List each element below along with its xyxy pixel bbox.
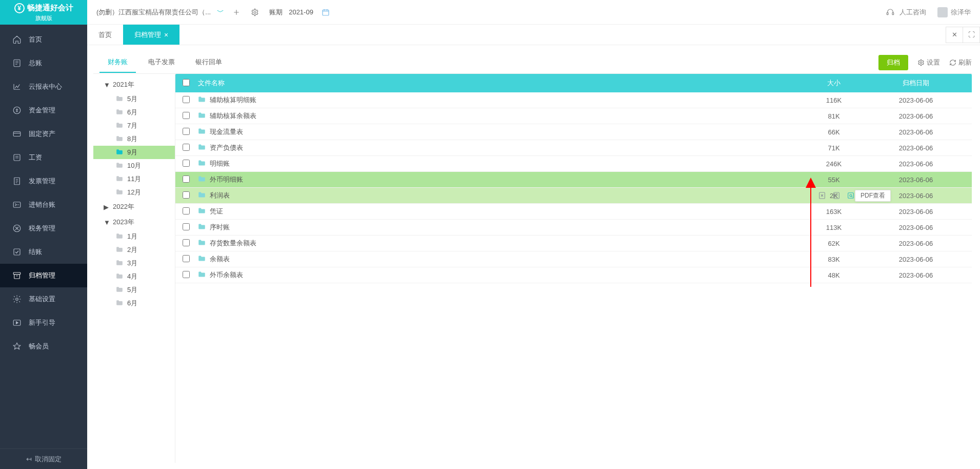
table-row[interactable]: 资产负债表71K2023-06-06 bbox=[175, 140, 972, 156]
row-checkbox[interactable] bbox=[183, 128, 190, 135]
file-size: 55K bbox=[801, 176, 867, 184]
company-name[interactable]: (勿删）江西服宝精品有限责任公司（... bbox=[96, 8, 211, 17]
file-date: 2023-06-06 bbox=[867, 128, 965, 136]
sidebar-item-archive[interactable]: 归档管理 bbox=[0, 264, 87, 287]
period-value[interactable]: 2021-09 bbox=[289, 8, 313, 16]
add-button[interactable] bbox=[230, 6, 243, 18]
subtab-0[interactable]: 财务账 bbox=[99, 52, 136, 73]
sidebar-item-label: 畅会员 bbox=[29, 342, 49, 351]
table-row[interactable]: 序时账113K2023-06-06 bbox=[175, 220, 972, 236]
settings-link[interactable]: 设置 bbox=[917, 58, 940, 67]
row-checkbox[interactable] bbox=[183, 223, 190, 230]
tree-month[interactable]: 7月 bbox=[93, 119, 175, 132]
tree-month[interactable]: 4月 bbox=[93, 270, 175, 283]
calendar-icon[interactable] bbox=[319, 6, 332, 18]
tree-month[interactable]: 9月 bbox=[93, 146, 175, 159]
row-checkbox[interactable] bbox=[183, 239, 190, 246]
tree-month[interactable]: 6月 bbox=[93, 297, 175, 310]
sidebar-item-settings[interactable]: 基础设置 bbox=[0, 287, 87, 311]
chart-icon bbox=[12, 82, 22, 91]
table-row[interactable]: 明细账246K2023-06-06 bbox=[175, 156, 972, 172]
sidebar-item-member[interactable]: 畅会员 bbox=[0, 335, 87, 358]
pdf-view-icon[interactable] bbox=[846, 190, 856, 201]
row-checkbox[interactable] bbox=[183, 112, 190, 119]
sidebar-item-invoice[interactable]: 发票管理 bbox=[0, 169, 87, 193]
tree-year[interactable]: ▶2022年 bbox=[93, 199, 175, 214]
table-row[interactable]: 现金流量表66K2023-06-06 bbox=[175, 124, 972, 140]
table-row[interactable]: 外币余额表48K2023-06-06 bbox=[175, 267, 972, 283]
sidebar-item-ledger[interactable]: 总账 bbox=[0, 51, 87, 75]
export-xls-icon[interactable] bbox=[817, 190, 827, 201]
sidebar-item-asset[interactable]: 固定资产 bbox=[0, 122, 87, 146]
tab-0[interactable]: 首页 bbox=[87, 25, 123, 45]
sidebar-item-salary[interactable]: 工资 bbox=[0, 146, 87, 169]
avatar[interactable] bbox=[937, 7, 948, 17]
refresh-link[interactable]: 刷新 bbox=[949, 58, 972, 67]
subtab-2[interactable]: 银行回单 bbox=[187, 52, 230, 73]
file-name: 存货数量余额表 bbox=[210, 239, 256, 248]
table-row[interactable]: 辅助核算明细账116K2023-06-06 bbox=[175, 92, 972, 108]
table-row[interactable]: 存货数量余额表62K2023-06-06 bbox=[175, 236, 972, 251]
folder-icon bbox=[116, 246, 123, 254]
export-pdf-icon[interactable] bbox=[831, 190, 842, 201]
close-icon[interactable]: × bbox=[164, 31, 168, 39]
logo-sub: 旗舰版 bbox=[35, 14, 52, 22]
folder-icon bbox=[116, 273, 123, 281]
sidebar-item-inout[interactable]: 进销台账 bbox=[0, 193, 87, 217]
tree-month[interactable]: 10月 bbox=[93, 159, 175, 172]
svg-rect-9 bbox=[14, 275, 20, 279]
tree-month[interactable]: 1月 bbox=[93, 230, 175, 243]
money-icon bbox=[12, 106, 22, 115]
gear-icon[interactable] bbox=[249, 6, 261, 18]
row-checkbox[interactable] bbox=[183, 160, 190, 167]
row-checkbox[interactable] bbox=[183, 271, 190, 278]
file-size: 116K bbox=[801, 96, 867, 104]
table-row[interactable]: 利润表2K2023-06-06PDF查看 bbox=[175, 188, 972, 204]
archive-button[interactable]: 归档 bbox=[878, 55, 908, 70]
tab-close-all[interactable]: ✕ bbox=[946, 27, 963, 43]
headset-icon[interactable] bbox=[884, 6, 896, 18]
row-checkbox[interactable] bbox=[183, 207, 190, 214]
row-checkbox[interactable] bbox=[183, 96, 190, 103]
sidebar-item-closing[interactable]: 结账 bbox=[0, 240, 87, 264]
tree-month[interactable]: 8月 bbox=[93, 132, 175, 146]
tree-month[interactable]: 6月 bbox=[93, 106, 175, 119]
sidebar-footer-unpin[interactable]: ↤ 取消固定 bbox=[0, 448, 87, 469]
sidebar-item-tax[interactable]: 税务管理 bbox=[0, 217, 87, 240]
tree-month[interactable]: 3月 bbox=[93, 257, 175, 270]
sidebar-item-label: 结账 bbox=[29, 247, 42, 257]
tree-month[interactable]: 12月 bbox=[93, 186, 175, 199]
row-checkbox[interactable] bbox=[183, 175, 190, 183]
table-row[interactable]: 外币明细账55K2023-06-06 bbox=[175, 172, 972, 188]
sidebar-item-money[interactable]: 资金管理 bbox=[0, 99, 87, 122]
file-date: 2023-06-06 bbox=[867, 271, 965, 279]
folder-icon bbox=[116, 286, 123, 294]
table-row[interactable]: 凭证163K2023-06-06 bbox=[175, 204, 972, 220]
date-tree: ▼2021年5月6月7月8月9月10月11月12月▶2022年▼2023年1月2… bbox=[93, 74, 175, 463]
select-all-checkbox[interactable] bbox=[183, 79, 190, 86]
tree-month[interactable]: 11月 bbox=[93, 172, 175, 186]
row-checkbox[interactable] bbox=[183, 144, 190, 151]
tree-month[interactable]: 5月 bbox=[93, 283, 175, 297]
tree-month[interactable]: 5月 bbox=[93, 92, 175, 106]
folder-icon bbox=[116, 135, 123, 143]
table-row[interactable]: 余额表83K2023-06-06 bbox=[175, 251, 972, 267]
file-size: 62K bbox=[801, 240, 867, 247]
tree-year[interactable]: ▼2023年 bbox=[93, 214, 175, 230]
subtab-1[interactable]: 电子发票 bbox=[140, 52, 183, 73]
tree-year[interactable]: ▼2021年 bbox=[93, 77, 175, 92]
tab-1[interactable]: 归档管理× bbox=[123, 25, 179, 45]
tab-fullscreen[interactable]: ⛶ bbox=[963, 27, 980, 43]
table-row[interactable]: 辅助核算余额表81K2023-06-06 bbox=[175, 108, 972, 124]
tree-month-label: 10月 bbox=[127, 161, 141, 170]
consult-link[interactable]: 人工咨询 bbox=[899, 8, 926, 17]
row-checkbox[interactable] bbox=[183, 255, 190, 262]
sidebar-item-chart[interactable]: 云报表中心 bbox=[0, 75, 87, 99]
sidebar-item-guide[interactable]: 新手引导 bbox=[0, 311, 87, 335]
row-checkbox[interactable] bbox=[183, 191, 190, 199]
sidebar-item-home[interactable]: 首页 bbox=[0, 28, 87, 51]
tree-month[interactable]: 2月 bbox=[93, 243, 175, 257]
tab-label: 首页 bbox=[98, 30, 112, 40]
user-name[interactable]: 徐泽华 bbox=[951, 8, 971, 17]
company-dropdown-icon[interactable]: ﹀ bbox=[217, 8, 224, 17]
